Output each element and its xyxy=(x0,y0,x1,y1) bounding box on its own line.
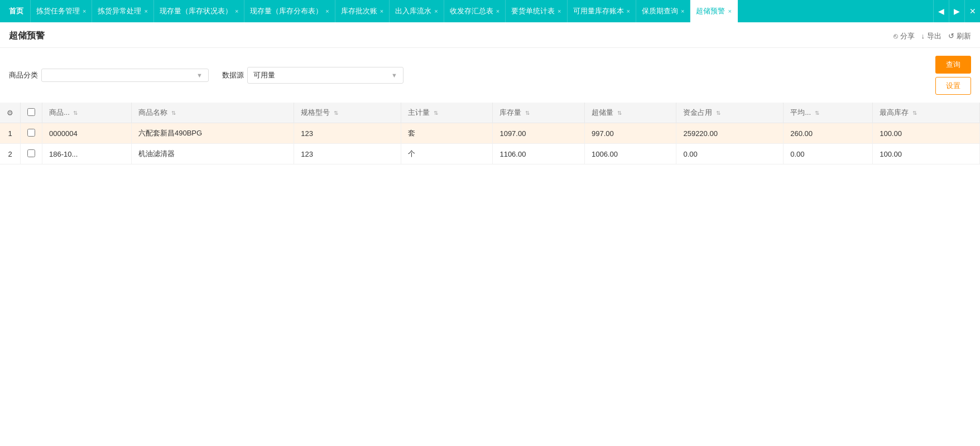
nav-tab-7-label: 收发存汇总表 xyxy=(450,6,493,16)
datasource-select-value: 可用量 xyxy=(253,70,275,80)
row-spec: 123 xyxy=(294,123,401,144)
share-button[interactable]: ⎋ 分享 xyxy=(893,31,915,41)
nav-tab-9-label: 可用量库存账本 xyxy=(573,6,624,16)
nav-next-arrow[interactable]: ▶ xyxy=(949,0,964,22)
nav-tab-4[interactable]: 现存量（库存分布表） × xyxy=(244,0,335,22)
category-select[interactable]: ▼ xyxy=(41,69,209,82)
row-overstock: 1006.00 xyxy=(584,144,676,164)
col-name[interactable]: 商品名称 ⇅ xyxy=(132,103,294,123)
nav-tab-11-close[interactable]: × xyxy=(728,8,731,14)
table-container: ⚙ 商品... ⇅ 商品名称 ⇅ 规格型号 ⇅ xyxy=(0,103,980,164)
nav-tab-7-close[interactable]: × xyxy=(496,8,499,14)
sort-maxstock-icon: ⇅ xyxy=(912,110,917,116)
row-overstock: 997.00 xyxy=(584,123,676,144)
sort-avg-icon: ⇅ xyxy=(815,110,819,116)
row-num: 2 xyxy=(0,144,21,164)
row-capital: 259220.00 xyxy=(676,123,784,144)
nav-tab-9-close[interactable]: × xyxy=(627,8,630,14)
nav-tab-6-label: 出入库流水 xyxy=(395,6,431,16)
select-all-checkbox[interactable] xyxy=(27,108,35,116)
sort-spec-icon: ⇅ xyxy=(334,110,338,116)
row-unit: 个 xyxy=(401,144,493,164)
table-header-row: ⚙ 商品... ⇅ 商品名称 ⇅ 规格型号 ⇅ xyxy=(0,103,980,123)
row-num: 1 xyxy=(0,123,21,144)
nav-tab-10[interactable]: 保质期查询 × xyxy=(636,0,690,22)
nav-tab-2[interactable]: 拣货异常处理 × xyxy=(92,0,153,22)
nav-close-arrow[interactable]: ✕ xyxy=(964,0,980,22)
nav-tab-1[interactable]: 拣货任务管理 × xyxy=(31,0,92,22)
col-avg[interactable]: 平均... ⇅ xyxy=(784,103,873,123)
filter-buttons: 查询 设置 xyxy=(935,56,971,95)
data-table: ⚙ 商品... ⇅ 商品名称 ⇅ 规格型号 ⇅ xyxy=(0,103,980,164)
refresh-button[interactable]: ↺ 刷新 xyxy=(948,31,971,41)
col-capital[interactable]: 资金占用 ⇅ xyxy=(676,103,784,123)
datasource-filter: 数据源 可用量 ▼ xyxy=(222,67,403,84)
nav-tab-4-close[interactable]: × xyxy=(325,8,329,14)
nav-tab-5-label: 库存批次账 xyxy=(341,6,377,16)
share-icon: ⎋ xyxy=(893,32,898,40)
nav-home-label: 首页 xyxy=(9,6,23,16)
datasource-label: 数据源 xyxy=(222,70,244,80)
top-nav: 首页 拣货任务管理 × 拣货异常处理 × 现存量（库存状况表） × 现存量（库存… xyxy=(0,0,980,22)
datasource-dropdown-icon: ▼ xyxy=(391,72,397,79)
nav-tab-2-close[interactable]: × xyxy=(144,8,147,14)
row-spec: 123 xyxy=(294,144,401,164)
category-filter: 商品分类 ▼ xyxy=(9,69,209,82)
nav-tab-4-label: 现存量（库存分布表） xyxy=(250,6,323,16)
category-dropdown-icon: ▼ xyxy=(196,72,203,79)
row-stock: 1097.00 xyxy=(493,123,585,144)
col-gear[interactable]: ⚙ xyxy=(0,103,21,123)
nav-prev-arrow[interactable]: ◀ xyxy=(933,0,949,22)
nav-tab-8[interactable]: 要货单统计表 × xyxy=(506,0,567,22)
nav-tab-8-close[interactable]: × xyxy=(558,8,561,14)
nav-tab-3[interactable]: 现存量（库存状况表） × xyxy=(154,0,244,22)
col-spec[interactable]: 规格型号 ⇅ xyxy=(294,103,401,123)
row-unit: 套 xyxy=(401,123,493,144)
col-stock[interactable]: 库存量 ⇅ xyxy=(493,103,585,123)
row-name: 六配套新昌490BPG xyxy=(132,123,294,144)
col-maxstock[interactable]: 最高库存 ⇅ xyxy=(873,103,980,123)
nav-arrows: ◀ ▶ ✕ xyxy=(933,0,980,22)
nav-tab-1-close[interactable]: × xyxy=(83,8,86,14)
col-unit[interactable]: 主计量 ⇅ xyxy=(401,103,493,123)
nav-tab-5[interactable]: 库存批次账 × xyxy=(335,0,390,22)
col-checkbox[interactable] xyxy=(21,103,42,123)
nav-tab-2-label: 拣货异常处理 xyxy=(98,6,141,16)
row-avg: 260.00 xyxy=(784,123,873,144)
filter-area: 商品分类 ▼ 数据源 可用量 ▼ 查询 设置 xyxy=(0,48,980,103)
row-stock: 1106.00 xyxy=(493,144,585,164)
page-header: 超储预警 ⎋ 分享 ↓ 导出 ↺ 刷新 xyxy=(0,22,980,48)
row-code: 186-10... xyxy=(42,144,132,164)
row-checkbox-cell[interactable] xyxy=(21,144,42,164)
nav-tab-home[interactable]: 首页 xyxy=(2,0,31,22)
sort-stock-icon: ⇅ xyxy=(525,110,530,116)
row-avg: 0.00 xyxy=(784,144,873,164)
nav-tab-6[interactable]: 出入库流水 × xyxy=(390,0,444,22)
category-label: 商品分类 xyxy=(9,70,38,80)
nav-tab-8-label: 要货单统计表 xyxy=(511,6,555,16)
main-content: 超储预警 ⎋ 分享 ↓ 导出 ↺ 刷新 商品分类 ▼ 数据源 xyxy=(0,22,980,446)
query-button[interactable]: 查询 xyxy=(935,56,971,74)
settings-button[interactable]: 设置 xyxy=(935,77,971,95)
sort-name-icon: ⇅ xyxy=(171,110,176,116)
row-checkbox-cell[interactable] xyxy=(21,123,42,144)
export-button[interactable]: ↓ 导出 xyxy=(921,31,942,41)
nav-tab-7[interactable]: 收发存汇总表 × xyxy=(444,0,506,22)
table-row: 1 0000004 六配套新昌490BPG 123 套 1097.00 997.… xyxy=(0,123,980,144)
sort-overstock-icon: ⇅ xyxy=(617,110,622,116)
col-overstock[interactable]: 超储量 ⇅ xyxy=(584,103,676,123)
table-row: 2 186-10... 机油滤清器 123 个 1106.00 1006.00 … xyxy=(0,144,980,164)
col-code[interactable]: 商品... ⇅ xyxy=(42,103,132,123)
nav-tab-3-close[interactable]: × xyxy=(235,8,238,14)
nav-tab-5-close[interactable]: × xyxy=(380,8,383,14)
row-checkbox[interactable] xyxy=(27,149,35,157)
nav-tab-11[interactable]: 超储预警 × xyxy=(690,0,737,22)
header-actions: ⎋ 分享 ↓ 导出 ↺ 刷新 xyxy=(893,31,972,41)
nav-tab-9[interactable]: 可用量库存账本 × xyxy=(568,0,636,22)
row-checkbox[interactable] xyxy=(27,129,35,137)
refresh-icon: ↺ xyxy=(948,32,954,40)
datasource-select[interactable]: 可用量 ▼ xyxy=(247,67,403,84)
nav-tab-10-close[interactable]: × xyxy=(681,8,684,14)
nav-tab-6-close[interactable]: × xyxy=(434,8,438,14)
row-name: 机油滤清器 xyxy=(132,144,294,164)
